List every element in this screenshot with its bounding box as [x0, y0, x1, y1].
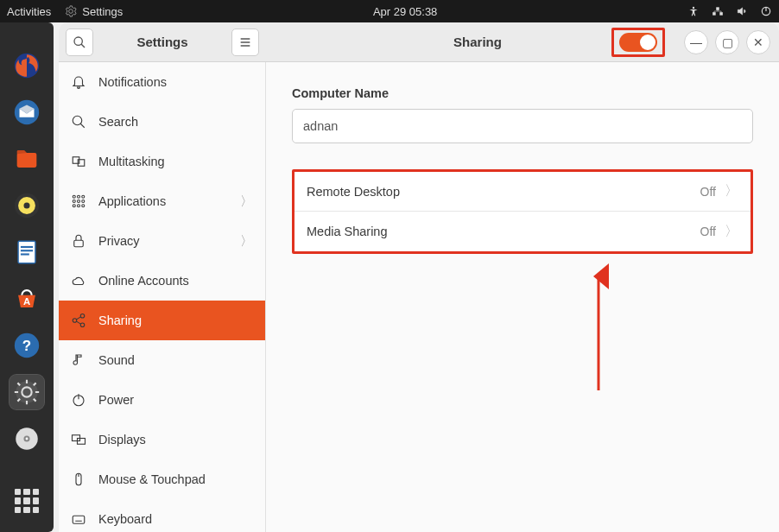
row-status: Off: [700, 185, 716, 199]
chevron-right-icon: 〉: [240, 193, 253, 210]
sidebar-item-applications[interactable]: Applications 〉: [59, 181, 265, 221]
svg-rect-3: [716, 7, 719, 10]
sidebar-item-label: Keyboard: [98, 512, 152, 526]
network-icon[interactable]: [712, 5, 724, 17]
svg-point-29: [82, 195, 85, 198]
note-icon: [71, 352, 86, 368]
svg-rect-11: [18, 241, 35, 263]
sidebar-item-power[interactable]: Power: [59, 380, 265, 420]
svg-point-30: [73, 200, 75, 203]
right-header: Sharing — ▢ ✕: [266, 22, 779, 62]
search-icon: [71, 114, 86, 130]
sharing-master-toggle[interactable]: [619, 33, 657, 52]
dock-files[interactable]: [10, 142, 44, 176]
dock-disc[interactable]: [10, 421, 44, 456]
svg-point-34: [78, 205, 80, 207]
svg-point-35: [82, 205, 85, 207]
sidebar-item-sharing[interactable]: Sharing: [59, 301, 265, 340]
sidebar-item-label: Online Accounts: [98, 274, 189, 288]
row-label: Remote Desktop: [307, 185, 700, 199]
sidebar-item-label: Mouse & Touchpad: [98, 472, 206, 486]
sidebar-item-search[interactable]: Search: [59, 102, 265, 142]
grid-icon: [71, 193, 86, 209]
svg-rect-12: [21, 246, 33, 248]
search-icon: [73, 35, 86, 49]
sidebar-item-displays[interactable]: Displays: [59, 420, 265, 459]
close-button[interactable]: ✕: [746, 30, 770, 54]
power-icon: [71, 392, 86, 408]
dock-help[interactable]: ?: [10, 328, 44, 363]
svg-rect-13: [21, 250, 33, 251]
svg-point-10: [23, 202, 29, 208]
displays-icon: [71, 432, 86, 447]
topbar-clock[interactable]: Apr 29 05:38: [123, 5, 687, 18]
media-sharing-row[interactable]: Media Sharing Off 〉: [294, 212, 750, 251]
svg-point-23: [74, 37, 82, 45]
power-icon[interactable]: [760, 5, 772, 17]
maximize-button[interactable]: ▢: [715, 30, 739, 54]
sidebar-item-keyboard[interactable]: Keyboard: [59, 499, 265, 532]
computer-name-input[interactable]: [292, 109, 753, 143]
dock-settings[interactable]: [10, 375, 44, 409]
sidebar-item-label: Notifications: [98, 75, 167, 89]
svg-rect-2: [719, 12, 723, 16]
dock-libreoffice[interactable]: [10, 235, 44, 269]
activities-button[interactable]: Activities: [7, 5, 51, 18]
multitasking-icon: [71, 154, 86, 169]
svg-point-28: [78, 195, 80, 198]
minimize-button[interactable]: —: [684, 30, 708, 54]
settings-title: Settings: [100, 35, 225, 49]
dock-rhythmbox[interactable]: [10, 188, 44, 223]
panel-title: Sharing: [275, 35, 611, 49]
sidebar-item-label: Search: [98, 115, 138, 129]
share-icon: [71, 313, 86, 328]
svg-point-33: [73, 205, 75, 207]
computer-name-label: Computer Name: [292, 86, 753, 100]
gnome-topbar: Activities Settings Apr 29 05:38: [0, 0, 779, 22]
sidebar-item-multitasking[interactable]: Multitasking: [59, 142, 265, 181]
sidebar-item-notifications[interactable]: Notifications: [59, 62, 265, 102]
svg-rect-14: [21, 253, 29, 255]
svg-point-38: [73, 319, 77, 323]
dock-software[interactable]: A: [10, 282, 44, 316]
left-header: Settings: [59, 22, 266, 62]
row-label: Media Sharing: [307, 225, 700, 238]
gear-icon: [65, 5, 77, 17]
sidebar-item-mouse[interactable]: Mouse & Touchpad: [59, 459, 265, 499]
keyboard-icon: [71, 511, 86, 527]
chevron-right-icon: 〉: [725, 223, 738, 241]
dock-firefox[interactable]: [10, 48, 44, 83]
sidebar-item-privacy[interactable]: Privacy 〉: [59, 221, 265, 261]
sidebar-item-label: Sound: [98, 353, 135, 367]
sidebar-item-sound[interactable]: Sound: [59, 340, 265, 380]
svg-rect-44: [73, 516, 85, 523]
sidebar-item-label: Displays: [98, 433, 146, 446]
sidebar-item-online-accounts[interactable]: Online Accounts: [59, 261, 265, 301]
svg-point-39: [80, 323, 85, 327]
dock-thunderbird[interactable]: [10, 95, 44, 130]
dock-show-apps[interactable]: [11, 485, 42, 516]
menu-button[interactable]: [231, 28, 259, 56]
row-status: Off: [700, 225, 716, 238]
cloud-icon: [71, 273, 86, 288]
topbar-app-menu[interactable]: Settings: [65, 5, 123, 18]
lock-icon: [71, 233, 86, 249]
svg-rect-7: [17, 153, 37, 168]
svg-text:?: ?: [22, 338, 31, 354]
svg-point-37: [80, 314, 85, 319]
accessibility-icon[interactable]: [687, 5, 700, 17]
chevron-right-icon: 〉: [725, 182, 738, 200]
remote-desktop-row[interactable]: Remote Desktop Off 〉: [294, 172, 750, 212]
svg-point-0: [693, 7, 694, 9]
volume-icon[interactable]: [736, 5, 748, 17]
svg-rect-36: [74, 240, 84, 247]
svg-rect-1: [712, 12, 716, 16]
settings-sidebar: Notifications Search Multitasking Applic…: [59, 62, 266, 532]
sidebar-item-label: Sharing: [98, 314, 142, 327]
search-button[interactable]: [66, 28, 93, 56]
sharing-panel: Computer Name Remote Desktop Off 〉 Media…: [266, 62, 779, 532]
annotation-arrow: [590, 269, 607, 394]
svg-text:A: A: [23, 296, 30, 307]
svg-point-24: [73, 116, 82, 125]
dock: A ?: [0, 22, 54, 532]
